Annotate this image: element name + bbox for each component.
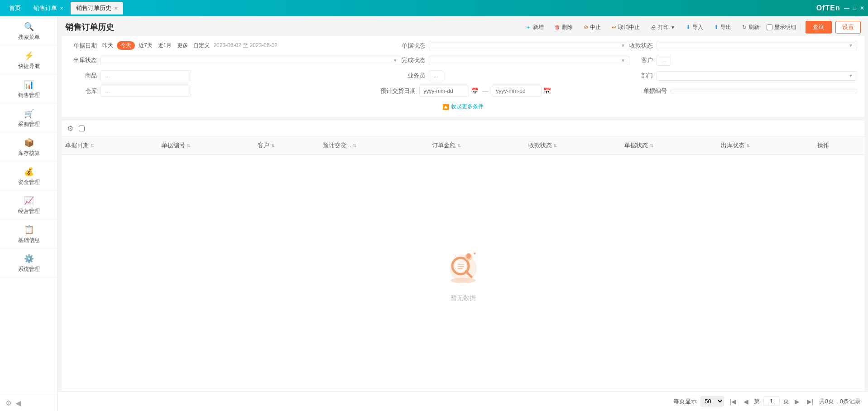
first-page-icon[interactable]: |◀ xyxy=(728,397,738,406)
collapse-more-btn[interactable]: 🔼 收起更多条件 xyxy=(69,101,857,112)
th-bill-status-label: 单据状态 xyxy=(624,142,648,149)
toolbar: ＋ 新增 🗑 删除 ⊘ 中止 ↩ 取消中止 🖨 打印 xyxy=(522,21,861,34)
sidebar-settings-btn[interactable]: ⚙ xyxy=(5,399,12,407)
sidebar-item-sales-mgmt[interactable]: 📊 销售管理 xyxy=(0,74,58,103)
sidebar-item-search-menu-label: 搜索菜单 xyxy=(18,34,40,41)
per-page-label: 每页显示 xyxy=(673,397,697,406)
sidebar-item-finance[interactable]: 💰 资金管理 xyxy=(0,161,58,190)
date-btn-yesterday[interactable]: 昨天 xyxy=(101,41,115,50)
goods-input[interactable]: ... xyxy=(101,70,191,81)
tab-sales-order-close[interactable]: ✕ xyxy=(60,6,63,11)
bill-no-input[interactable] xyxy=(671,89,857,93)
th-amount[interactable]: 订单金额 ⇅ xyxy=(428,137,525,155)
date-btn-custom[interactable]: 自定义 xyxy=(192,41,211,50)
goods-value: ... xyxy=(101,70,402,81)
sidebar-collapse-btn[interactable]: ◀ xyxy=(15,399,21,407)
cancel-stop-button[interactable]: ↩ 取消中止 xyxy=(608,22,643,33)
bill-no-label: 单据编号 xyxy=(643,87,671,95)
page-header: 销售订单历史 ＋ 新增 🗑 删除 ⊘ 中止 ↩ 取消中止 xyxy=(58,16,868,36)
refresh-button[interactable]: ↻ 刷新 xyxy=(739,22,763,33)
calendar-from-icon[interactable]: 📅 xyxy=(471,87,479,95)
receipt-status-select[interactable]: ▼ xyxy=(657,41,857,50)
th-date[interactable]: 单据日期 ⇅ xyxy=(62,137,158,155)
th-bill-status-sort-icon: ⇅ xyxy=(650,143,653,148)
date-btn-7days[interactable]: 近7天 xyxy=(137,41,154,50)
sidebar-item-operations[interactable]: 📈 经营管理 xyxy=(0,190,58,219)
stop-button[interactable]: ⊘ 中止 xyxy=(580,22,604,33)
tab-sales-order[interactable]: 销售订单 ✕ xyxy=(28,2,69,15)
salesman-input[interactable]: ... xyxy=(429,70,443,81)
total-text: 共0页，0条记录 xyxy=(819,397,861,406)
department-select[interactable]: ▼ xyxy=(657,71,857,81)
sidebar-item-inventory-label: 库存核算 xyxy=(18,150,40,157)
department-label: 部门 xyxy=(629,72,657,80)
sidebar-item-search-menu[interactable]: 🔍 搜索菜单 xyxy=(0,16,58,45)
tab-sales-order-history[interactable]: 销售订单历史 ✕ xyxy=(71,2,123,15)
export-label: 导出 xyxy=(720,24,731,31)
set-button[interactable]: 设置 xyxy=(835,21,861,34)
sidebar-item-sys-mgmt[interactable]: ⚙️ 系统管理 xyxy=(0,248,58,277)
th-bill-no[interactable]: 单据编号 ⇅ xyxy=(158,137,254,155)
print-button[interactable]: 🖨 打印 ▼ xyxy=(647,22,679,33)
th-bill-status[interactable]: 单据状态 ⇅ xyxy=(621,137,717,155)
th-customer[interactable]: 客户 ⇅ xyxy=(254,137,319,155)
main-layout: 🔍 搜索菜单 ⚡ 快捷导航 📊 销售管理 🛒 采购管理 📦 库存核算 💰 资金管… xyxy=(0,16,868,411)
print-label: 打印 xyxy=(658,24,669,31)
th-out-status[interactable]: 出库状态 ⇅ xyxy=(717,137,814,155)
tab-home-label: 首页 xyxy=(9,4,21,12)
sidebar-item-inventory[interactable]: 📦 库存核算 xyxy=(0,132,58,161)
bill-status-value: ▼ xyxy=(429,41,629,50)
search-menu-icon: 🔍 xyxy=(24,22,34,32)
date-btn-1month[interactable]: 近1月 xyxy=(156,41,174,50)
out-status-label: 出库状态 xyxy=(69,56,101,64)
inventory-icon: 📦 xyxy=(24,138,34,148)
window-close-icon[interactable]: ✕ xyxy=(860,5,864,11)
date-range-btns: 昨天 今天 近7天 近1月 更多 自定义 xyxy=(101,41,211,50)
out-status-value: ▼ xyxy=(101,56,402,65)
per-page-select[interactable]: 50 10 20 100 xyxy=(700,396,724,406)
out-status-select[interactable]: ▼ xyxy=(101,56,402,65)
svg-text:✦: ✦ xyxy=(454,255,456,257)
import-button[interactable]: ⬇ 导入 xyxy=(682,22,707,33)
complete-status-value: ▼ xyxy=(429,56,629,65)
new-button[interactable]: ＋ 新增 xyxy=(522,22,547,33)
delete-button[interactable]: 🗑 删除 xyxy=(551,22,576,33)
sidebar-item-purchase-mgmt[interactable]: 🛒 采购管理 xyxy=(0,103,58,132)
delete-label: 删除 xyxy=(562,24,573,31)
window-maximize-icon[interactable]: □ xyxy=(853,5,856,11)
expected-delivery-to-input[interactable] xyxy=(492,86,542,97)
export-button[interactable]: ⬆ 导出 xyxy=(710,22,735,33)
date-dash: — xyxy=(482,88,488,95)
tab-sales-order-history-close[interactable]: ✕ xyxy=(114,6,118,11)
page-title: 销售订单历史 xyxy=(65,22,114,33)
query-button[interactable]: 查询 xyxy=(806,21,832,34)
th-receipt-status[interactable]: 收款状态 ⇅ xyxy=(525,137,621,155)
cancel-stop-icon: ↩ xyxy=(612,24,616,30)
date-btn-today[interactable]: 今天 xyxy=(117,41,135,50)
th-expected-delivery[interactable]: 预计交货... ⇅ xyxy=(319,137,429,155)
window-minimize-icon[interactable]: — xyxy=(844,5,849,11)
select-all-checkbox[interactable] xyxy=(79,126,85,131)
show-detail-checkbox[interactable] xyxy=(767,24,772,30)
expected-delivery-from-input[interactable] xyxy=(419,86,469,97)
prev-page-icon[interactable]: ◀ xyxy=(742,397,750,406)
date-btn-more[interactable]: 更多 xyxy=(175,41,190,50)
page-number-input[interactable] xyxy=(763,396,780,406)
empty-state: ★ ✦ 暂无数据 xyxy=(62,155,864,391)
warehouse-input[interactable]: ... xyxy=(101,86,191,97)
next-page-icon[interactable]: ▶ xyxy=(793,397,801,406)
calendar-to-icon[interactable]: 📅 xyxy=(543,87,551,95)
complete-status-select[interactable]: ▼ xyxy=(429,56,629,65)
sidebar: 🔍 搜索菜单 ⚡ 快捷导航 📊 销售管理 🛒 采购管理 📦 库存核算 💰 资金管… xyxy=(0,16,58,411)
sidebar-item-base-info[interactable]: 📋 基础信息 xyxy=(0,219,58,248)
page-label: 第 xyxy=(754,397,760,406)
warehouse-value: ... xyxy=(101,86,380,97)
sidebar-item-quick-nav-label: 快捷导航 xyxy=(18,63,40,70)
customer-input[interactable]: ... xyxy=(657,55,671,66)
table-settings-icon[interactable]: ⚙ xyxy=(67,124,73,133)
bill-status-select[interactable]: ▼ xyxy=(429,41,629,50)
finance-icon: 💰 xyxy=(24,167,34,177)
sidebar-item-quick-nav[interactable]: ⚡ 快捷导航 xyxy=(0,45,58,74)
last-page-icon[interactable]: ▶| xyxy=(805,397,815,406)
tab-home[interactable]: 首页 xyxy=(4,2,26,15)
